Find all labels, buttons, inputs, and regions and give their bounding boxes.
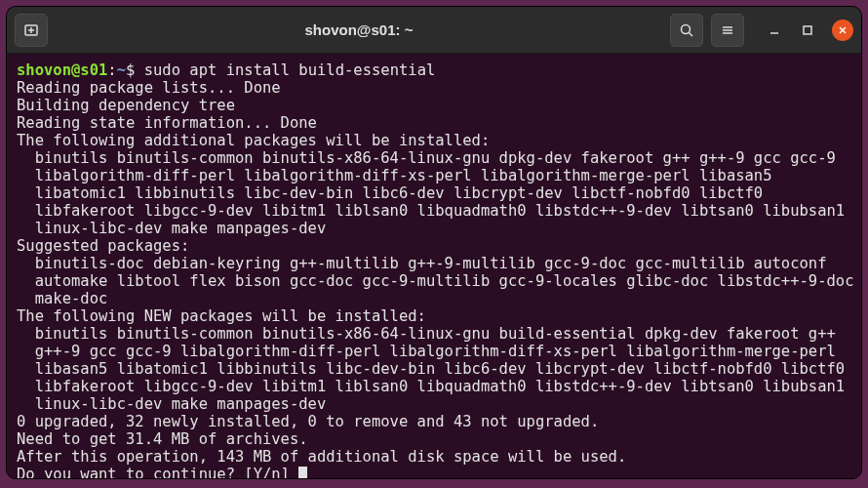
prompt-path: ~ bbox=[117, 61, 126, 79]
output-line: libfakeroot libgcc-9-dev libitm1 liblsan… bbox=[17, 202, 845, 220]
close-icon bbox=[838, 25, 848, 35]
prompt-dollar: $ bbox=[126, 61, 144, 79]
new-tab-button[interactable] bbox=[15, 14, 48, 47]
prompt-userhost: shovon@s01 bbox=[17, 61, 107, 79]
output-line: The following additional packages will b… bbox=[17, 132, 490, 149]
prompt-colon: : bbox=[107, 61, 116, 79]
titlebar-right bbox=[670, 14, 853, 47]
output-line: Suggested packages: bbox=[17, 237, 189, 255]
output-line: g++-9 gcc gcc-9 libalgorithm-diff-perl l… bbox=[17, 343, 836, 360]
output-line: binutils-doc debian-keyring g++-multilib… bbox=[17, 255, 827, 272]
output-line: Need to get 31.4 MB of archives. bbox=[17, 430, 308, 448]
output-line: linux-libc-dev make manpages-dev bbox=[17, 395, 326, 413]
output-line: 0 upgraded, 32 newly installed, 0 to rem… bbox=[17, 413, 599, 430]
output-line: linux-libc-dev make manpages-dev bbox=[17, 220, 326, 237]
output-line: automake libtool flex bison gcc-doc gcc-… bbox=[17, 272, 854, 290]
minimize-button[interactable] bbox=[766, 21, 783, 39]
titlebar: shovon@s01: ~ bbox=[7, 7, 861, 54]
output-line: Reading package lists... Done bbox=[17, 79, 281, 97]
terminal-window: shovon@s01: ~ bbox=[6, 6, 862, 479]
svg-line-4 bbox=[690, 32, 693, 36]
titlebar-left bbox=[15, 14, 48, 47]
output-line: libalgorithm-diff-perl libalgorithm-diff… bbox=[17, 167, 772, 184]
output-line: After this operation, 143 MB of addition… bbox=[17, 448, 626, 466]
hamburger-icon bbox=[720, 22, 735, 38]
output-line: Building dependency tree bbox=[17, 97, 235, 114]
maximize-button[interactable] bbox=[799, 21, 816, 39]
search-button[interactable] bbox=[670, 14, 703, 47]
output-line: The following NEW packages will be insta… bbox=[17, 307, 426, 325]
minimize-icon bbox=[769, 24, 780, 36]
svg-point-3 bbox=[682, 24, 690, 33]
output-line: make-doc bbox=[17, 290, 107, 307]
new-tab-icon bbox=[23, 22, 39, 38]
window-title: shovon@s01: ~ bbox=[48, 21, 670, 38]
output-line: libfakeroot libgcc-9-dev libitm1 liblsan… bbox=[17, 378, 845, 395]
menu-button[interactable] bbox=[711, 14, 744, 47]
close-button[interactable] bbox=[832, 20, 853, 41]
cursor bbox=[298, 467, 307, 478]
maximize-icon bbox=[802, 24, 813, 36]
output-line: binutils binutils-common binutils-x86-64… bbox=[17, 149, 836, 167]
output-line: Do you want to continue? [Y/n] bbox=[17, 466, 298, 478]
output-line: Reading state information... Done bbox=[17, 114, 317, 132]
search-icon bbox=[679, 22, 694, 38]
window-controls bbox=[766, 20, 853, 41]
output-line: libasan5 libatomic1 libbinutils libc-dev… bbox=[17, 360, 845, 378]
command-text: sudo apt install build-essential bbox=[144, 61, 436, 79]
output-line: libatomic1 libbinutils libc-dev-bin libc… bbox=[17, 184, 763, 202]
output-line: binutils binutils-common binutils-x86-64… bbox=[17, 325, 836, 343]
terminal-body[interactable]: shovon@s01:~$ sudo apt install build-ess… bbox=[7, 54, 861, 478]
svg-rect-9 bbox=[804, 26, 811, 34]
